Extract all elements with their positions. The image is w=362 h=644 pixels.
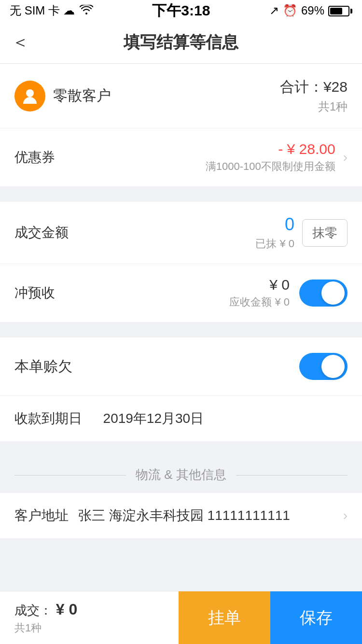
total-count: 共1种 <box>280 99 348 114</box>
divider-2 <box>0 330 362 337</box>
deal-right: 0 已抹 ¥ 0 抹零 <box>255 214 348 251</box>
coupon-label: 优惠券 <box>14 148 55 167</box>
toggle-knob <box>321 281 345 305</box>
back-button[interactable]: ＜ <box>12 30 29 54</box>
prepaid-toggle[interactable] <box>299 280 348 307</box>
deal-card: 成交金额 0 已抹 ¥ 0 抹零 冲预收 ¥ 0 应收金额 ¥ 0 <box>0 202 362 322</box>
person-icon <box>21 87 39 105</box>
deal-value-wrapper: 0 已抹 ¥ 0 <box>255 214 294 251</box>
coupon-desc: 满1000-100不限制使用金额 <box>206 159 335 174</box>
customer-row: 零散客户 合计：¥28 共1种 <box>0 64 362 128</box>
logistics-label: 物流 & 其他信息 <box>126 466 236 483</box>
bottom-count: 共1种 <box>14 621 164 635</box>
credit-label: 本单赊欠 <box>14 357 72 377</box>
address-chevron: › <box>343 508 348 523</box>
page-title: 填写结算等信息 <box>124 31 238 54</box>
deal-sub: 已抹 ¥ 0 <box>255 237 294 251</box>
deal-amount-label: 成交金额 <box>14 224 69 242</box>
divider-1 <box>0 194 362 202</box>
deal-value[interactable]: 0 <box>285 214 294 235</box>
prepaid-label: 冲预收 <box>14 284 55 302</box>
prepaid-values: ¥ 0 应收金额 ¥ 0 <box>229 277 290 309</box>
bottom-deal-line: 成交： ¥ 0 <box>14 601 164 619</box>
coupon-amount: - ¥ 28.00 <box>206 141 335 157</box>
main-content: 零散客户 合计：¥28 共1种 优惠券 - ¥ 28.00 满1000-100不… <box>0 64 362 644</box>
bottom-info: 成交： ¥ 0 共1种 <box>0 601 179 635</box>
battery-icon <box>328 4 352 17</box>
due-date-label: 收款到期日 <box>14 411 82 426</box>
prepaid-row: 冲预收 ¥ 0 应收金额 ¥ 0 <box>0 264 362 322</box>
coupon-chevron: › <box>343 150 348 165</box>
prepaid-amount: ¥ 0 <box>229 277 290 293</box>
customer-info: 零散客户 <box>14 81 111 112</box>
status-left: 无 SIM 卡 ☁ <box>10 3 93 18</box>
due-date-value: 2019年12月30日 <box>103 411 204 426</box>
coupon-value: - ¥ 28.00 满1000-100不限制使用金额 <box>206 141 335 174</box>
nav-bar: ＜ 填写结算等信息 <box>0 21 362 64</box>
prepaid-sub: 应收金额 ¥ 0 <box>229 295 290 309</box>
credit-row: 本单赊欠 <box>0 337 362 395</box>
bottom-deal-label: 成交： <box>14 603 52 617</box>
address-value: 张三 海淀永丰科技园 11111111111 <box>78 506 334 525</box>
battery-percent: 69% <box>301 4 324 17</box>
deal-amount-row: 成交金额 0 已抹 ¥ 0 抹零 <box>0 202 362 264</box>
divider-3 <box>0 449 362 457</box>
round-zero-button[interactable]: 抹零 <box>302 219 348 247</box>
status-time: 下午3:18 <box>152 1 210 21</box>
prepaid-right: ¥ 0 应收金额 ¥ 0 <box>229 277 348 309</box>
alarm-icon: ⏰ <box>283 4 297 17</box>
address-label: 客户地址 <box>14 506 69 525</box>
save-button[interactable]: 保存 <box>270 591 362 644</box>
address-card: 客户地址 张三 海淀永丰科技园 11111111111 › <box>0 493 362 538</box>
customer-avatar <box>14 81 45 112</box>
svg-point-0 <box>26 89 34 97</box>
customer-total: 合计：¥28 共1种 <box>280 77 348 114</box>
total-amount: 合计：¥28 <box>280 77 348 97</box>
status-right: ↗ ⏰ 69% <box>269 4 352 17</box>
credit-toggle-knob <box>321 355 345 378</box>
due-date-spacer <box>86 411 99 426</box>
status-bar: 无 SIM 卡 ☁ 下午3:18 ↗ ⏰ 69% <box>0 0 362 21</box>
wifi-icon <box>80 4 93 17</box>
location-icon: ↗ <box>269 4 279 17</box>
customer-name: 零散客户 <box>53 86 111 106</box>
credit-card: 本单赊欠 收款到期日 2019年12月30日 <box>0 337 362 441</box>
coupon-row[interactable]: 优惠券 - ¥ 28.00 满1000-100不限制使用金额 › <box>0 128 362 186</box>
sim-label: 无 SIM 卡 ☁ <box>10 3 75 18</box>
address-row[interactable]: 客户地址 张三 海淀永丰科技园 11111111111 › <box>0 493 362 538</box>
due-date-row: 收款到期日 2019年12月30日 <box>0 395 362 441</box>
customer-card: 零散客户 合计：¥28 共1种 优惠券 - ¥ 28.00 满1000-100不… <box>0 64 362 186</box>
logistics-section-header: 物流 & 其他信息 <box>0 457 362 493</box>
credit-toggle[interactable] <box>299 353 348 380</box>
coupon-right: - ¥ 28.00 满1000-100不限制使用金额 › <box>206 141 348 174</box>
hold-button[interactable]: 挂单 <box>179 591 270 644</box>
bottom-deal-amount: ¥ 0 <box>56 601 77 618</box>
bottom-bar: 成交： ¥ 0 共1种 挂单 保存 <box>0 591 362 644</box>
